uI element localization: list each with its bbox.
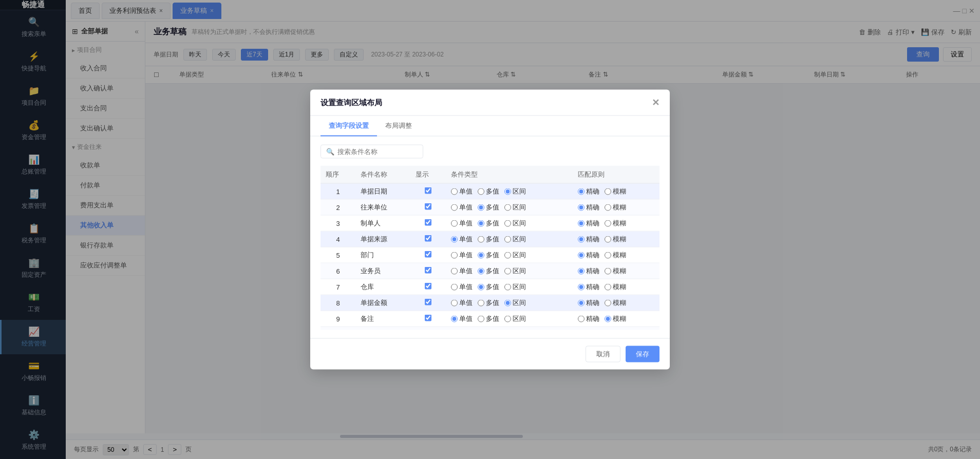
type-radio-区间[interactable]: 区间 [504, 266, 526, 276]
condition-search-input[interactable] [337, 148, 414, 156]
type-radio-区间[interactable]: 区间 [504, 219, 526, 228]
row-match-rule[interactable]: 精确模糊 [573, 231, 659, 247]
type-radio-区间[interactable]: 区间 [504, 203, 526, 212]
row-condition-type[interactable]: 单值多值区间 [446, 199, 573, 215]
type-radio-区间[interactable]: 区间 [504, 314, 526, 323]
type-radio-多值[interactable]: 多值 [478, 219, 499, 228]
row-display[interactable] [410, 263, 445, 279]
dialog-tab-layout[interactable]: 布局调整 [377, 116, 420, 137]
row-condition-type[interactable]: 单值多值区间 [446, 327, 573, 330]
row-match-rule[interactable]: 精确模糊 [573, 311, 659, 327]
row-display[interactable] [410, 327, 445, 330]
display-checkbox[interactable] [425, 315, 431, 321]
type-radio-多值[interactable]: 多值 [478, 187, 499, 196]
condition-search-box[interactable]: 🔍 [321, 145, 423, 159]
row-display[interactable] [410, 215, 445, 231]
type-radio-区间[interactable]: 区间 [504, 282, 526, 292]
type-radio-多值[interactable]: 多值 [478, 298, 499, 308]
dialog-tab-fields[interactable]: 查询字段设置 [321, 116, 377, 137]
row-condition-name: 仓库 [355, 279, 410, 295]
row-display[interactable] [410, 279, 445, 295]
match-radio-模糊[interactable]: 模糊 [605, 266, 626, 276]
match-radio-精确[interactable]: 精确 [578, 219, 599, 228]
display-checkbox[interactable] [425, 219, 431, 226]
display-checkbox[interactable] [425, 203, 431, 210]
type-radio-多值[interactable]: 多值 [478, 203, 499, 212]
type-radio-单值[interactable]: 单值 [451, 298, 473, 308]
col-match-rule: 匹配原则 [573, 166, 659, 184]
row-display[interactable] [410, 231, 445, 247]
type-radio-多值[interactable]: 多值 [478, 266, 499, 276]
row-condition-type[interactable]: 单值多值区间 [446, 279, 573, 295]
tab-fields-label: 查询字段设置 [329, 122, 369, 129]
match-radio-模糊[interactable]: 模糊 [605, 219, 626, 228]
type-radio-区间[interactable]: 区间 [504, 235, 526, 244]
cancel-button[interactable]: 取消 [586, 346, 620, 362]
match-radio-模糊[interactable]: 模糊 [605, 187, 626, 196]
row-condition-type[interactable]: 单值多值区间 [446, 311, 573, 327]
match-radio-精确[interactable]: 精确 [578, 203, 599, 212]
display-checkbox[interactable] [425, 299, 431, 305]
row-match-rule[interactable]: 精确模糊 [573, 199, 659, 215]
row-display[interactable] [410, 311, 445, 327]
dialog-tabs: 查询字段设置 布局调整 [310, 116, 670, 137]
type-radio-多值[interactable]: 多值 [478, 235, 499, 244]
dialog-header: 设置查询区域布局 ✕ [310, 90, 670, 116]
display-checkbox[interactable] [425, 187, 431, 194]
type-radio-单值[interactable]: 单值 [451, 282, 473, 292]
type-radio-单值[interactable]: 单值 [451, 314, 473, 323]
match-radio-模糊[interactable]: 模糊 [605, 235, 626, 244]
match-radio-精确[interactable]: 精确 [578, 251, 599, 260]
row-display[interactable] [410, 183, 445, 199]
row-match-rule[interactable]: 精确模糊 [573, 183, 659, 199]
match-radio-精确[interactable]: 精确 [578, 298, 599, 308]
row-condition-type[interactable]: 单值多值区间 [446, 263, 573, 279]
type-radio-单值[interactable]: 单值 [451, 251, 473, 260]
table-row: 3制单人单值多值区间精确模糊 [321, 215, 659, 231]
table-row: 5部门单值多值区间精确模糊 [321, 247, 659, 263]
row-condition-type[interactable]: 单值多值区间 [446, 247, 573, 263]
match-radio-精确[interactable]: 精确 [578, 314, 599, 323]
save-button[interactable]: 保存 [626, 346, 659, 362]
type-radio-多值[interactable]: 多值 [478, 251, 499, 260]
type-radio-单值[interactable]: 单值 [451, 187, 473, 196]
match-radio-精确[interactable]: 精确 [578, 266, 599, 276]
row-match-rule[interactable]: 精确模糊 [573, 327, 659, 330]
display-checkbox[interactable] [425, 283, 431, 290]
match-radio-模糊[interactable]: 模糊 [605, 203, 626, 212]
row-condition-type[interactable]: 单值多值区间 [446, 231, 573, 247]
type-radio-多值[interactable]: 多值 [478, 282, 499, 292]
type-radio-区间[interactable]: 区间 [504, 298, 526, 308]
row-match-rule[interactable]: 精确模糊 [573, 279, 659, 295]
row-condition-type[interactable]: 单值多值区间 [446, 215, 573, 231]
match-radio-精确[interactable]: 精确 [578, 187, 599, 196]
match-radio-模糊[interactable]: 模糊 [605, 251, 626, 260]
type-radio-单值[interactable]: 单值 [451, 203, 473, 212]
row-match-rule[interactable]: 精确模糊 [573, 263, 659, 279]
match-radio-模糊[interactable]: 模糊 [605, 314, 626, 323]
row-display[interactable] [410, 199, 445, 215]
display-checkbox[interactable] [425, 251, 431, 258]
type-radio-区间[interactable]: 区间 [504, 251, 526, 260]
row-match-rule[interactable]: 精确模糊 [573, 247, 659, 263]
row-display[interactable] [410, 247, 445, 263]
row-condition-type[interactable]: 单值多值区间 [446, 295, 573, 311]
row-condition-type[interactable]: 单值多值区间 [446, 183, 573, 199]
type-radio-单值[interactable]: 单值 [451, 235, 473, 244]
match-radio-模糊[interactable]: 模糊 [605, 298, 626, 308]
match-radio-精确[interactable]: 精确 [578, 282, 599, 292]
dialog-close-btn[interactable]: ✕ [652, 97, 659, 108]
row-display[interactable] [410, 295, 445, 311]
type-radio-多值[interactable]: 多值 [478, 314, 499, 323]
config-table-scroll[interactable]: 顺序 条件名称 显示 条件类型 匹配原则 1单据日期单值多值区间精确模糊2往来单… [321, 166, 659, 330]
type-radio-单值[interactable]: 单值 [451, 219, 473, 228]
display-checkbox[interactable] [425, 235, 431, 242]
display-checkbox[interactable] [425, 267, 431, 274]
match-radio-精确[interactable]: 精确 [578, 235, 599, 244]
row-match-rule[interactable]: 精确模糊 [573, 295, 659, 311]
type-radio-单值[interactable]: 单值 [451, 266, 473, 276]
type-radio-区间[interactable]: 区间 [504, 187, 526, 196]
match-radio-模糊[interactable]: 模糊 [605, 282, 626, 292]
config-table: 顺序 条件名称 显示 条件类型 匹配原则 1单据日期单值多值区间精确模糊2往来单… [321, 166, 659, 330]
row-match-rule[interactable]: 精确模糊 [573, 215, 659, 231]
